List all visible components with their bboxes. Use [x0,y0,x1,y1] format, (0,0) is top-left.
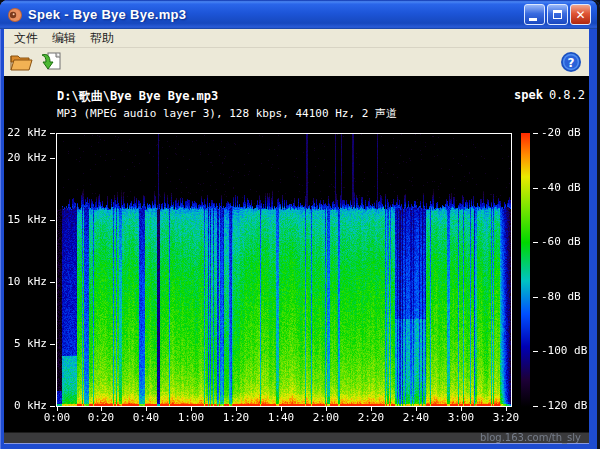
close-button[interactable]: ✕ [570,4,591,25]
app-version: 0.8.2 [549,88,585,102]
db-tick-label: -120 dB [541,400,587,412]
app-window: Spek - Bye Bye Bye.mp3 ✕ 文件 编辑 帮助 [0,0,600,449]
menu-bar: 文件 编辑 帮助 [4,29,589,47]
db-tick-mark [533,188,538,189]
svg-text:?: ? [567,56,574,70]
time-tick-mark [416,407,417,411]
db-tick-label: -100 dB [541,345,587,357]
save-icon [39,51,63,73]
freq-tick-label: 10 kHz [4,276,47,288]
time-tick-label: 1:00 [169,412,213,424]
open-button[interactable] [7,49,34,75]
colorbar-gradient [521,133,530,407]
time-tick-label: 1:40 [259,412,303,424]
freq-tick-mark [50,406,55,407]
format-info-label: MP3 (MPEG audio layer 3), 128 kbps, 4410… [57,106,397,121]
folder-open-icon [9,51,33,73]
db-tick-label: -20 dB [541,127,581,139]
minimize-button[interactable] [524,4,545,25]
time-tick-mark [326,407,327,411]
menu-item-file[interactable]: 文件 [7,29,45,48]
db-tick-label: -40 dB [541,182,581,194]
bottom-strip: blog.163.com/th_sly [4,432,589,443]
app-icon [7,7,23,23]
file-path-label: D:\歌曲\Bye Bye Bye.mp3 [57,88,218,105]
time-tick-mark [461,407,462,411]
time-tick-label: 2:20 [349,412,393,424]
window-controls: ✕ [524,4,591,25]
db-tick-label: -80 dB [541,291,581,303]
freq-tick-label: 20 kHz [4,152,47,164]
freq-tick-mark [50,344,55,345]
time-tick-label: 2:40 [394,412,438,424]
time-tick-mark [57,407,58,411]
freq-tick-label: 22 kHz [4,127,47,139]
watermark: blog.163.com/th_sly [480,433,581,443]
db-tick-mark [533,297,538,298]
help-button[interactable]: ? [557,49,584,75]
time-tick-mark [146,407,147,411]
help-icon: ? [560,51,582,73]
time-tick-label: 0:40 [124,412,168,424]
freq-tick-mark [50,282,55,283]
plot-border [56,133,512,407]
time-tick-mark [101,407,102,411]
save-button[interactable] [37,49,64,75]
time-tick-label: 3:00 [439,412,483,424]
close-icon: ✕ [575,9,585,21]
time-tick-mark [371,407,372,411]
time-tick-mark [506,407,507,411]
time-tick-mark [191,407,192,411]
db-tick-mark [533,351,538,352]
title-bar[interactable]: Spek - Bye Bye Bye.mp3 ✕ [0,0,597,29]
time-tick-label: 0:00 [35,412,79,424]
time-tick-label: 1:20 [214,412,258,424]
menu-item-help[interactable]: 帮助 [83,29,121,48]
db-tick-label: -60 dB [541,236,581,248]
minimize-icon [529,18,537,21]
db-tick-mark [533,133,538,134]
time-tick-label: 0:20 [79,412,123,424]
spectrogram-canvas [57,134,511,406]
time-tick-mark [281,407,282,411]
db-tick-mark [533,406,538,407]
freq-tick-label: 0 kHz [4,400,47,412]
app-version-label: spek0.8.2 [514,88,585,102]
toolbar: ? [4,47,589,76]
time-tick-label: 2:00 [304,412,348,424]
time-tick-label: 3:20 [484,412,528,424]
freq-tick-label: 5 kHz [4,338,47,350]
freq-tick-mark [50,158,55,159]
menu-item-edit[interactable]: 编辑 [45,29,83,48]
db-tick-mark [533,242,538,243]
time-tick-mark [236,407,237,411]
maximize-button[interactable] [547,4,568,25]
maximize-icon [553,10,562,19]
freq-tick-label: 15 kHz [4,214,47,226]
client-area: 文件 编辑 帮助 [4,29,589,443]
spectrogram-panel: D:\歌曲\Bye Bye Bye.mp3 spek0.8.2 MP3 (MPE… [4,76,589,432]
window-title: Spek - Bye Bye Bye.mp3 [28,7,524,22]
freq-tick-mark [50,220,55,221]
freq-tick-mark [50,133,55,134]
app-name: spek [514,88,543,102]
